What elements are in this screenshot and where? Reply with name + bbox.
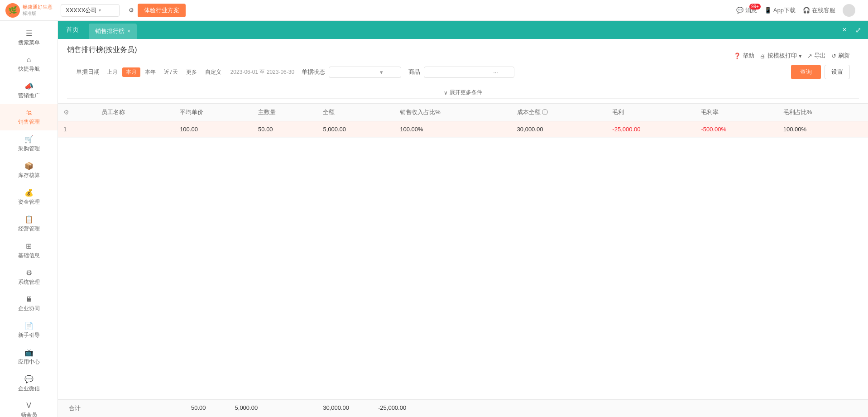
basic-info-icon: ⊞	[26, 242, 32, 250]
tab-close-icon[interactable]: ×	[127, 28, 130, 34]
sidebar-item-beginner[interactable]: 📄 新手引导	[0, 317, 58, 344]
tab-maximize-icon[interactable]: ⤢	[852, 24, 864, 36]
col-cost: 成本全额 ⓘ	[512, 104, 607, 121]
sidebar-item-operations[interactable]: 📋 经营管理	[0, 211, 58, 237]
date-label: 单据日期	[76, 68, 100, 76]
cell-cost: 30,000.00	[512, 121, 607, 138]
cell-rank: 1	[58, 121, 96, 138]
sidebar-item-purchase[interactable]: 🛒 采购管理	[0, 130, 58, 157]
system-icon: ⚙	[26, 268, 32, 277]
mobile-icon: 📱	[764, 7, 772, 14]
sidebar-item-nav[interactable]: ⌂ 快捷导航	[0, 51, 58, 77]
settings-icon[interactable]: ⚙	[125, 4, 138, 17]
sidebar-item-member[interactable]: V 畅会员	[0, 397, 58, 417]
col-gross-rate: 毛利率	[695, 104, 777, 121]
expand-row: ∨ 展开更多条件	[67, 87, 859, 99]
home-icon: ⌂	[27, 56, 31, 64]
finance-icon: 💰	[24, 188, 34, 197]
footer-amount: 5,000.00	[230, 404, 264, 412]
tab-home[interactable]: 首页	[58, 21, 87, 39]
data-table-wrapper: ⚙ 员工名称 平均单价 主数量 全额 销售收入占比% 成本全额 ⓘ 毛利 毛利率…	[58, 104, 868, 399]
export-icon: ↗	[807, 53, 812, 59]
marketing-icon: 📣	[24, 82, 34, 91]
data-table: ⚙ 员工名称 平均单价 主数量 全额 销售收入占比% 成本全额 ⓘ 毛利 毛利率…	[58, 104, 868, 138]
print-dropdown-icon: ▾	[799, 53, 802, 59]
avatar[interactable]	[843, 4, 855, 17]
refresh-button[interactable]: ↺ 刷新	[831, 52, 850, 60]
logo-sub: 标准版	[23, 10, 53, 17]
cell-avg-price: 100.00	[174, 121, 253, 138]
cell-amount: 5,000.00	[317, 121, 394, 138]
operations-icon: 📋	[24, 215, 34, 224]
company-name: XXXXX公司	[66, 6, 97, 14]
date-tab-this-year[interactable]: 本年	[141, 67, 159, 77]
goods-input[interactable]: ···	[424, 67, 514, 78]
date-tab-7days[interactable]: 近7天	[160, 67, 182, 77]
tab-sales-ranking[interactable]: 销售排行榜 ×	[89, 24, 137, 39]
sidebar-item-search[interactable]: ☰ 搜索菜单	[0, 24, 58, 51]
sidebar-item-app-center[interactable]: 📺 应用中心	[0, 344, 58, 370]
sidebar-item-enterprise[interactable]: 🖥 企业协同	[0, 291, 58, 317]
footer-gross: -25,000.00	[373, 404, 412, 412]
app-download-button[interactable]: 📱 App下载	[764, 6, 796, 14]
table-settings-button[interactable]: 设置	[825, 65, 850, 79]
col-gross-ratio: 毛利占比%	[778, 104, 868, 121]
sidebar-item-inventory[interactable]: 📦 库存核算	[0, 157, 58, 184]
cell-qty: 50.00	[253, 121, 317, 138]
online-service-button[interactable]: 🎧 在线客服	[803, 6, 835, 14]
date-tab-this-month[interactable]: 本月	[122, 67, 140, 77]
date-tab-more[interactable]: 更多	[182, 67, 201, 77]
message-badge: 99+	[749, 4, 761, 10]
app-center-icon: 📺	[24, 348, 34, 357]
help-icon: ❓	[734, 53, 741, 59]
col-amount: 全额	[317, 104, 394, 121]
member-icon: V	[26, 402, 31, 410]
date-range-text: 2023-06-01 至 2023-06-30	[230, 68, 294, 76]
col-employee: 员工名称	[96, 104, 174, 121]
tab-close-all-icon[interactable]: ×	[838, 24, 851, 36]
message-icon: 💬	[736, 7, 743, 14]
sidebar-item-finance[interactable]: 💰 资金管理	[0, 184, 58, 211]
logo-area: 🌿 畅康通好生意 标准版	[5, 3, 55, 18]
experience-button[interactable]: 体验行业方案	[138, 4, 186, 17]
beginner-icon: 📄	[24, 321, 34, 330]
cell-gross: -25,000.00	[607, 121, 695, 138]
search-menu-icon: ☰	[26, 29, 32, 38]
export-button[interactable]: ↗ 导出	[807, 52, 826, 60]
query-button[interactable]: 查询	[791, 65, 821, 79]
logo-icon: 🌿	[5, 3, 20, 18]
inventory-icon: 📦	[24, 162, 34, 170]
chevron-down-icon: ▾	[99, 8, 101, 13]
message-button[interactable]: 💬 消息 99+	[736, 6, 757, 14]
sidebar-item-system[interactable]: ⚙ 系统管理	[0, 264, 58, 291]
col-sales-ratio: 销售收入占比%	[394, 104, 511, 121]
page-header: 销售排行榜(按业务员) ❓ 帮助 🖨 按模板打印 ▾	[58, 39, 868, 104]
expand-more-button[interactable]: ∨ 展开更多条件	[444, 89, 482, 96]
col-settings[interactable]: ⚙	[58, 104, 96, 121]
date-tab-custom[interactable]: 自定义	[201, 67, 225, 77]
sidebar-item-basic-info[interactable]: ⊞ 基础信息	[0, 237, 58, 264]
status-select[interactable]: ▾	[329, 67, 401, 78]
col-gross: 毛利	[607, 104, 695, 121]
table-footer: 合计 50.00 5,000.00 30,000.00 -25,000.00	[58, 399, 868, 417]
help-link[interactable]: ❓ 帮助	[734, 52, 754, 60]
date-tabs: 上月 本月 本年 近7天 更多 自定义	[103, 67, 225, 77]
filter-bar: 单据日期 上月 本月 本年 近7天 更多 自定义 2023-06-01 至 20…	[67, 60, 859, 84]
cell-name	[96, 121, 174, 138]
purchase-icon: 🛒	[24, 135, 34, 144]
company-selector[interactable]: XXXXX公司 ▾	[61, 4, 120, 17]
print-button[interactable]: 🖨 按模板打印 ▾	[760, 52, 802, 60]
date-tab-last-month[interactable]: 上月	[103, 67, 121, 77]
sidebar-item-weixin[interactable]: 💬 企业微信	[0, 370, 58, 397]
status-label: 单据状态	[302, 68, 325, 76]
goods-more-icon: ···	[493, 69, 498, 76]
sidebar-item-sales[interactable]: 🛍 销售管理	[0, 104, 58, 130]
tab-bar: 首页 销售排行榜 × × ⤢	[58, 21, 868, 39]
sidebar-item-marketing[interactable]: 📣 营销推广	[0, 77, 58, 104]
enterprise-icon: 🖥	[25, 295, 33, 303]
logo-text: 畅康通好生意	[23, 4, 53, 10]
print-icon: 🖨	[760, 53, 766, 59]
chevron-down-expand-icon: ∨	[444, 90, 448, 96]
table-row: 1 100.00 50.00 5,000.00 100.00% 30,000.0…	[58, 121, 868, 138]
filter-actions: 查询 设置	[791, 65, 850, 79]
